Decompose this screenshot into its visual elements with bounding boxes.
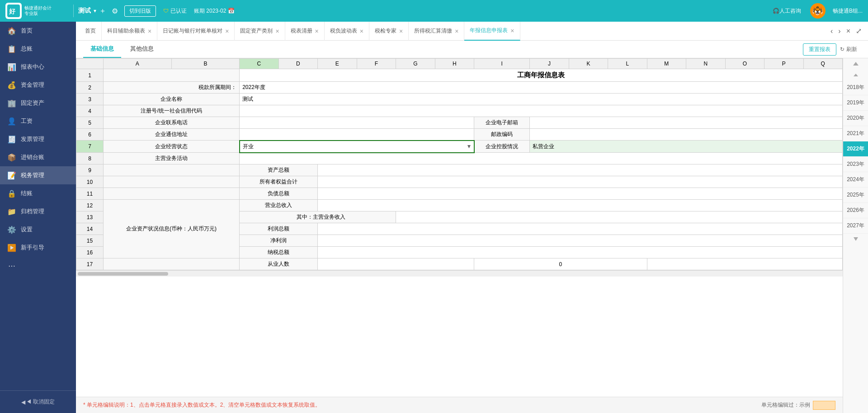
tab-expand-btn[interactable]: ⤢ xyxy=(853,27,864,35)
sidebar-item-fixed-assets[interactable]: 🏢 固定资产 xyxy=(0,94,76,112)
cell-9-label[interactable]: 资产总额 xyxy=(240,164,318,176)
sidebar-item-extra[interactable]: ⋯ xyxy=(0,257,76,275)
tab-fixed-asset-type[interactable]: 固定资产类别 × xyxy=(235,22,285,41)
cell-1-A[interactable] xyxy=(104,69,240,82)
reset-report-button[interactable]: 重置报表 xyxy=(803,43,836,56)
h-scrollbar[interactable] xyxy=(76,270,843,277)
year-item-2021[interactable]: 2021年 xyxy=(843,126,868,141)
col-header-G[interactable]: G xyxy=(396,59,435,69)
tab-close-journal-bank[interactable]: × xyxy=(225,28,229,35)
tab-close-tax-return[interactable]: × xyxy=(315,28,319,35)
cell-14-label[interactable]: 利润总额 xyxy=(240,223,318,235)
cell-3-value[interactable]: 测试 xyxy=(240,94,843,105)
cell-4-label[interactable]: 注册号/统一社会信用代码 xyxy=(104,105,240,117)
tab-aux-balance[interactable]: 科目辅助余额表 × xyxy=(102,22,157,41)
cell-6-value2[interactable] xyxy=(530,129,843,141)
col-header-A[interactable]: A xyxy=(104,59,172,69)
year-item-2027[interactable]: 2027年 xyxy=(843,218,868,234)
cell-15-value[interactable] xyxy=(318,235,843,247)
year-item-2020[interactable]: 2020年 xyxy=(843,111,868,126)
user-avatar[interactable]: 🐯 xyxy=(810,3,826,19)
sidebar-item-capital[interactable]: 💰 资金管理 xyxy=(0,76,76,94)
cell-17-value[interactable]: 0 xyxy=(474,258,647,270)
tab-journal-bank[interactable]: 日记账与银行对账单核对 × xyxy=(157,22,235,41)
col-header-I[interactable]: I xyxy=(474,59,530,69)
col-header-E[interactable]: E xyxy=(318,59,357,69)
cell-17-label[interactable]: 从业人数 xyxy=(240,258,318,270)
year-item-2025[interactable]: 2025年 xyxy=(843,188,868,203)
col-header-P[interactable]: P xyxy=(764,59,803,69)
sidebar-item-report[interactable]: 📊 报表中心 xyxy=(0,58,76,76)
tab-close-tax-expert[interactable]: × xyxy=(399,28,403,35)
tab-close-aux-balance[interactable]: × xyxy=(148,28,151,35)
tab-prev-btn[interactable]: ‹ xyxy=(828,27,835,35)
company-dropdown-btn[interactable]: ▾ xyxy=(94,8,96,14)
sidebar-item-invoice[interactable]: 🧾 发票管理 xyxy=(0,130,76,148)
cell-2-label[interactable]: 税款所属期间： xyxy=(104,82,240,94)
sidebar-item-archive[interactable]: 📁 归档管理 xyxy=(0,202,76,221)
tab-tax-return[interactable]: 税表清册 × xyxy=(285,22,325,41)
year-nav-down-btn[interactable] xyxy=(843,234,868,244)
sidebar-item-home[interactable]: 🏠 首页 xyxy=(0,22,76,40)
cell-16-value[interactable] xyxy=(318,247,843,258)
cell-5-value2[interactable] xyxy=(530,117,843,129)
tab-close-income-tax[interactable]: × xyxy=(455,28,458,35)
h-scrollbar-thumb[interactable] xyxy=(78,272,168,276)
unpin-sidebar-btn[interactable]: ◀ ◀ 取消固定 xyxy=(0,394,76,409)
sidebar-item-closing[interactable]: 🔒 结账 xyxy=(0,184,76,202)
tab-income-tax[interactable]: 所得税汇算清缴 × xyxy=(409,22,464,41)
settings-gear-btn[interactable]: ⚙ xyxy=(112,7,118,15)
sidebar-item-ledger[interactable]: 📋 总账 xyxy=(0,40,76,58)
dropdown-arrow-icon[interactable]: ▼ xyxy=(467,143,472,150)
year-item-2023[interactable]: 2023年 xyxy=(843,157,868,172)
tab-next-btn[interactable]: › xyxy=(835,27,843,35)
spreadsheet-wrapper[interactable]: A B C D E F G H I xyxy=(76,58,843,397)
cell-17-mid[interactable] xyxy=(318,258,474,270)
cell-10-value[interactable] xyxy=(318,176,843,188)
sidebar-item-purchase-sale[interactable]: 📦 进销台账 xyxy=(0,148,76,166)
cell-13-value[interactable] xyxy=(396,211,843,223)
cell-2-value[interactable]: 2022年度 xyxy=(240,82,843,94)
cell-6-value[interactable] xyxy=(240,129,474,141)
year-item-2026[interactable]: 2026年 xyxy=(843,203,868,218)
cell-7-dropdown[interactable]: 开业 ▼ xyxy=(240,141,474,153)
cell-3-label[interactable]: 企业名称 xyxy=(104,94,240,105)
col-header-J[interactable]: J xyxy=(530,59,569,69)
tab-close-all-btn[interactable]: × xyxy=(844,27,853,35)
sidebar-item-tax[interactable]: 📝 税务管理 xyxy=(0,166,76,184)
cell-8-label[interactable]: 主营业务活动 xyxy=(104,153,240,164)
cell-7-label[interactable]: 企业经营状态 xyxy=(104,141,240,153)
tab-home[interactable]: 首页 xyxy=(80,22,102,41)
tab-close-tax-fluctuation[interactable]: × xyxy=(360,28,363,35)
tab-tax-fluctuation[interactable]: 税负波动表 × xyxy=(325,22,369,41)
year-item-2022[interactable]: 2022年 xyxy=(843,141,868,157)
tab-tax-expert[interactable]: 税检专家 × xyxy=(369,22,409,41)
year-nav-up-btn[interactable] xyxy=(843,58,868,69)
cell-12-label[interactable]: 营业总收入 xyxy=(240,200,318,211)
inner-tab-basic[interactable]: 基础信息 xyxy=(83,41,121,58)
year-item-2024[interactable]: 2024年 xyxy=(843,172,868,188)
tab-close-fixed-asset-type[interactable]: × xyxy=(275,28,279,35)
col-header-B[interactable]: B xyxy=(171,59,240,69)
tab-close-annual-report[interactable]: × xyxy=(510,27,514,34)
customer-service-btn[interactable]: 🎧 人工咨询 xyxy=(773,7,801,15)
cell-5-value[interactable] xyxy=(240,117,474,129)
refresh-button[interactable]: ↻ 刷新 xyxy=(836,44,861,55)
cell-5-label[interactable]: 企业联系电话 xyxy=(104,117,240,129)
cell-16-label[interactable]: 纳税总额 xyxy=(240,247,318,258)
year-item-2018[interactable]: 2018年 xyxy=(843,80,868,95)
col-header-L[interactable]: L xyxy=(608,59,647,69)
cell-1-title[interactable]: 工商年报信息表 xyxy=(240,69,843,82)
cell-4-value[interactable] xyxy=(240,105,843,117)
cell-17-tail[interactable] xyxy=(647,258,842,270)
col-header-C[interactable]: C xyxy=(240,59,278,69)
col-header-N[interactable]: N xyxy=(686,59,725,69)
col-header-M[interactable]: M xyxy=(647,59,686,69)
cell-6-label[interactable]: 企业通信地址 xyxy=(104,129,240,141)
year-nav-up2-btn[interactable] xyxy=(843,69,868,80)
cell-12-value[interactable] xyxy=(318,200,843,211)
cell-11-label[interactable]: 负债总额 xyxy=(240,188,318,200)
cell-10-label[interactable]: 所有者权益合计 xyxy=(240,176,318,188)
col-header-K[interactable]: K xyxy=(569,59,608,69)
col-header-H[interactable]: H xyxy=(435,59,474,69)
